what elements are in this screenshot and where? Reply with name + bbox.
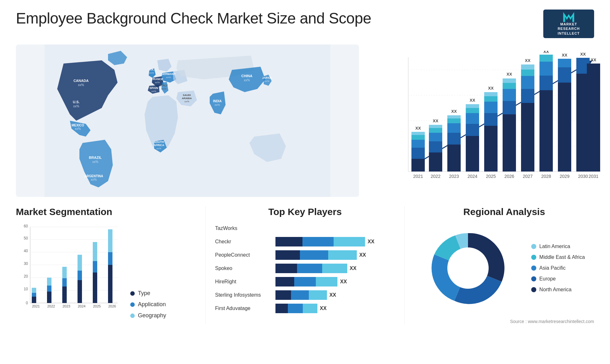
svg-rect-138 xyxy=(78,255,82,271)
legend-label-application: Application xyxy=(138,301,166,308)
svg-text:SAUDI: SAUDI xyxy=(183,94,191,97)
svg-rect-133 xyxy=(62,278,67,286)
svg-text:xx%: xx% xyxy=(184,100,189,103)
svg-rect-92 xyxy=(539,76,553,90)
player-name-tazworks: TazWorks xyxy=(215,226,272,231)
player-row-hireright: HireRight XX xyxy=(215,277,395,286)
svg-rect-51 xyxy=(429,133,442,141)
players-section: Top Key Players TazWorks Checkr XX xyxy=(205,206,405,324)
svg-text:xx%: xx% xyxy=(156,147,161,150)
svg-text:XX: XX xyxy=(433,118,438,123)
region-label-latin: Latin America xyxy=(539,244,570,249)
svg-rect-58 xyxy=(447,123,461,133)
svg-text:2025: 2025 xyxy=(486,174,496,179)
players-title: Top Key Players xyxy=(215,206,395,217)
regional-legend: Latin America Middle East & Africa Asia … xyxy=(531,244,585,293)
svg-rect-124 xyxy=(32,297,36,303)
svg-rect-81 xyxy=(503,78,516,83)
svg-rect-85 xyxy=(521,89,534,103)
svg-text:U.S.: U.S. xyxy=(73,100,79,104)
svg-text:SPAIN: SPAIN xyxy=(150,86,158,90)
svg-text:XX: XX xyxy=(580,52,586,57)
logo-box: MARKET RESEARCH INTELLECT xyxy=(543,10,594,38)
svg-rect-77 xyxy=(503,114,516,172)
region-item-na: North America xyxy=(531,287,585,293)
svg-rect-43 xyxy=(411,148,425,159)
player-val-first: XX xyxy=(320,306,327,311)
donut-svg xyxy=(424,224,512,313)
svg-rect-97 xyxy=(558,83,571,172)
svg-rect-49 xyxy=(429,152,442,172)
player-bar-spokeo-wrapper: XX xyxy=(275,264,395,273)
player-bar-seg-2 xyxy=(302,237,334,246)
player-val-checkr: XX xyxy=(368,239,374,245)
player-bar-tazworks xyxy=(275,224,395,233)
logo-text: MARKET RESEARCH INTELLECT xyxy=(558,22,580,36)
svg-text:CHINA: CHINA xyxy=(241,74,253,78)
svg-text:2031: 2031 xyxy=(588,174,598,179)
player-val-spokeo: XX xyxy=(350,266,356,271)
region-dot-na xyxy=(531,287,536,292)
regional-title: Regional Analysis xyxy=(414,206,594,217)
svg-rect-130 xyxy=(47,278,51,286)
region-item-latin: Latin America xyxy=(531,244,585,249)
svg-text:2023: 2023 xyxy=(63,304,70,308)
svg-text:ARGENTINA: ARGENTINA xyxy=(84,174,103,178)
svg-text:30: 30 xyxy=(24,261,28,266)
svg-rect-72 xyxy=(484,102,498,113)
svg-rect-88 xyxy=(521,64,534,70)
svg-rect-50 xyxy=(429,141,442,152)
svg-text:40: 40 xyxy=(24,249,28,253)
svg-text:20: 20 xyxy=(24,274,28,279)
player-bar-sterling-wrapper: XX xyxy=(275,290,395,300)
legend-dot-application xyxy=(130,302,135,307)
player-row-checkr: Checkr XX xyxy=(215,237,395,246)
svg-rect-60 xyxy=(447,115,461,118)
player-val-sterling: XX xyxy=(329,292,336,298)
player-bar-hireright xyxy=(275,277,338,286)
player-name-sterling: Sterling Infosystems xyxy=(215,292,272,298)
svg-rect-87 xyxy=(521,70,534,76)
svg-text:2024: 2024 xyxy=(78,304,85,308)
region-item-europe: Europe xyxy=(531,276,585,282)
player-bar-first-wrapper: XX xyxy=(275,304,395,313)
regional-section: Regional Analysis xyxy=(405,206,594,324)
svg-rect-134 xyxy=(62,267,67,278)
player-bar-sterling xyxy=(275,290,327,300)
svg-rect-74 xyxy=(484,92,498,96)
world-map-svg: CANADA xx% U.S. xx% MEXICO xx% BRAZIL xx… xyxy=(16,44,359,197)
donut-chart xyxy=(424,224,512,313)
segmentation-legend: Type Application Geography xyxy=(124,290,166,319)
svg-text:SOUTH: SOUTH xyxy=(154,140,164,144)
player-name-hireright: HireRight xyxy=(215,279,272,285)
svg-rect-63 xyxy=(466,136,479,172)
svg-marker-0 xyxy=(563,12,574,22)
region-label-europe: Europe xyxy=(539,276,556,282)
svg-rect-57 xyxy=(447,133,461,145)
player-name-peopleconnect: PeopleConnect xyxy=(215,252,272,258)
bottom-section: Market Segmentation 0 10 20 30 40 50 60 xyxy=(16,206,594,324)
legend-label-type: Type xyxy=(138,290,150,297)
svg-text:xx%: xx% xyxy=(91,178,97,181)
player-bar-seg-1 xyxy=(275,237,302,246)
svg-text:xx%: xx% xyxy=(73,104,79,108)
svg-text:xx%: xx% xyxy=(149,71,154,74)
svg-rect-59 xyxy=(447,118,461,123)
svg-text:2024: 2024 xyxy=(467,174,477,179)
legend-dot-geography xyxy=(130,313,135,318)
svg-rect-93 xyxy=(539,62,553,76)
region-item-apac: Asia Pacific xyxy=(531,265,585,271)
svg-rect-53 xyxy=(429,125,442,128)
svg-text:JAPAN: JAPAN xyxy=(262,76,272,79)
svg-text:FRANCE: FRANCE xyxy=(151,78,163,81)
svg-rect-42 xyxy=(411,159,425,172)
bar-chart-svg: XX 2021 XX 2022 XX 2023 xyxy=(391,51,607,197)
bar-chart-container: XX 2021 XX 2022 XX 2023 xyxy=(372,44,594,197)
svg-rect-129 xyxy=(47,286,51,292)
svg-text:xx%: xx% xyxy=(92,160,98,164)
region-label-apac: Asia Pacific xyxy=(539,265,566,271)
svg-text:xx%: xx% xyxy=(78,83,84,87)
svg-text:XX: XX xyxy=(470,98,475,103)
player-bar-seg-3 xyxy=(334,237,365,246)
header: Employee Background Check Market Size an… xyxy=(16,10,594,38)
